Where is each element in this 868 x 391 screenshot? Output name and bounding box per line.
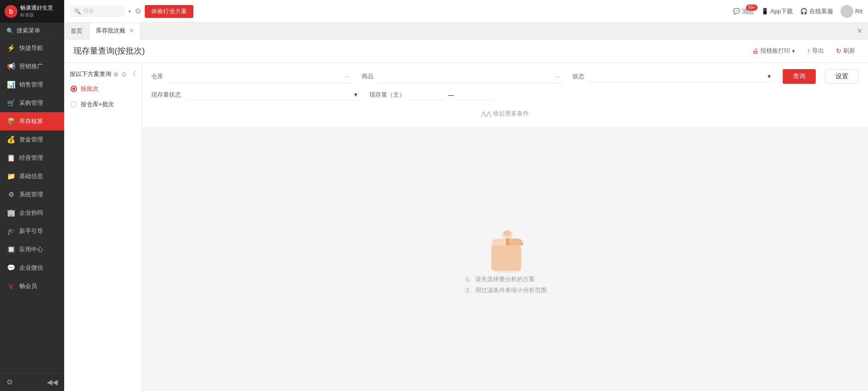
- add-plan-icon[interactable]: ⊕: [113, 71, 119, 78]
- app-edition: 标准版: [20, 12, 53, 18]
- system-icon: ⚙: [6, 190, 16, 199]
- sidebar-item-sales[interactable]: 📊 销售管理: [0, 76, 64, 94]
- sidebar-item-inventory[interactable]: 📦 库存核算: [0, 112, 64, 130]
- topbar-search-icon: 🔍: [74, 8, 81, 15]
- refresh-btn[interactable]: ↻ 刷新: [832, 45, 859, 57]
- sidebar-item-quick-nav[interactable]: ⚡ 快捷导航: [0, 39, 64, 57]
- marketing-icon: 📢: [6, 62, 16, 71]
- sidebar-item-basic[interactable]: 📁 基础信息: [0, 167, 64, 185]
- plan-settings-icon[interactable]: ⊙: [121, 71, 127, 78]
- settings-gear-icon[interactable]: ⚙: [6, 378, 13, 386]
- sidebar-item-wechat[interactable]: 💬 企业微信: [0, 259, 64, 277]
- sidebar-item-label: 资金管理: [19, 136, 43, 144]
- status-select[interactable]: ▾: [588, 71, 774, 82]
- filter-warehouse: 仓库 ···: [151, 69, 352, 84]
- right-panel: 仓库 ··· 商品 ···: [142, 63, 868, 391]
- finance-icon: 💰: [6, 135, 16, 144]
- plan-collapse-icon[interactable]: 《: [130, 70, 136, 78]
- sidebar-item-label: 系统管理: [19, 190, 43, 199]
- topbar-right: 💬 消息 99+ 📱 App下载 🎧 在线客服 Rit: [733, 5, 863, 18]
- sales-icon: 📊: [6, 80, 16, 89]
- warehouse-input[interactable]: [170, 71, 343, 81]
- page-title: 现存量查询(按批次): [73, 45, 145, 56]
- topbar-left: 🔍 搜索 ▾ ⚙ 体验行业方案: [70, 5, 728, 18]
- empty-svg: [482, 225, 533, 275]
- app-download-btn[interactable]: 📱 App下载: [761, 7, 793, 16]
- left-filter-panel: 按以下方案查询 ⊕ ⊙ 《 按批次 按仓库+批次: [64, 63, 142, 391]
- filter-panel-actions: ⊕ ⊙ 《: [113, 70, 136, 78]
- messages-btn[interactable]: 💬 消息 99+: [733, 7, 754, 16]
- goods-label: 商品: [362, 72, 374, 81]
- inventory-icon: 📦: [6, 117, 16, 126]
- avatar: [841, 5, 853, 18]
- sidebar-item-finance[interactable]: 💰 资金管理: [0, 130, 64, 149]
- sidebar-item-enterprise[interactable]: 🏢 企业协同: [0, 204, 64, 222]
- sidebar-item-apps[interactable]: 🔲 应用中心: [0, 240, 64, 259]
- collapse-sidebar-icon[interactable]: ◀◀: [47, 378, 58, 386]
- inventory-status-dropdown-icon: ▾: [354, 91, 357, 98]
- sidebar-item-marketing[interactable]: 📢 营销推广: [0, 57, 64, 76]
- tab-batch-label: 库存批次账: [96, 27, 126, 35]
- sidebar-item-label: 营销推广: [19, 62, 43, 71]
- empty-tip-1: 1 请先选择要分析的方案: [463, 275, 547, 283]
- tab-home[interactable]: 首页: [64, 23, 89, 39]
- main-layout: 按以下方案查询 ⊕ ⊙ 《 按批次 按仓库+批次: [64, 63, 868, 391]
- sidebar-item-purchase[interactable]: 🛒 采购管理: [0, 94, 64, 112]
- filter-panel-header: 按以下方案查询 ⊕ ⊙ 《: [64, 67, 142, 81]
- settings-button[interactable]: 设置: [825, 69, 859, 84]
- operations-icon: 📋: [6, 153, 16, 163]
- sidebar-item-member[interactable]: V 畅会员: [0, 277, 64, 295]
- plan-warehouse-batch-label: 按仓库+批次: [81, 100, 114, 109]
- plan-item-warehouse-batch[interactable]: 按仓库+批次: [64, 97, 142, 112]
- online-service-btn[interactable]: 🎧 在线客服: [800, 7, 833, 16]
- topbar-gear-icon[interactable]: ⚙: [135, 7, 141, 16]
- export-btn[interactable]: ↑ 导出: [803, 45, 828, 57]
- sidebar-search[interactable]: 🔍 搜索菜单: [0, 23, 64, 39]
- filter-status: 状态 ▾: [572, 71, 774, 82]
- empty-tip-2: 2 用过滤条件来缩小分析范围: [463, 286, 547, 294]
- tip-num-1: 1: [463, 275, 472, 283]
- sidebar-item-label: 新手引导: [19, 227, 43, 235]
- goods-more-icon[interactable]: ···: [555, 73, 560, 80]
- sidebar-item-label: 应用中心: [19, 245, 43, 254]
- plan-item-batch[interactable]: 按批次: [64, 81, 142, 97]
- tab-close-icon[interactable]: ✕: [129, 27, 134, 34]
- inventory-status-select[interactable]: ▾: [185, 89, 360, 100]
- close-panel-icon: ✕: [857, 27, 863, 35]
- warehouse-input-wrapper[interactable]: ···: [167, 69, 352, 84]
- content-area: 现存量查询(按批次) 🖨 按模板打印 ▾ ↑ 导出 ↻ 刷新: [64, 39, 868, 391]
- empty-illustration: [482, 225, 528, 271]
- query-button[interactable]: 查询: [783, 69, 816, 84]
- sidebar-item-label: 采购管理: [19, 99, 43, 107]
- sidebar-item-label: 企业协同: [19, 209, 43, 217]
- sidebar-item-operations[interactable]: 📋 经营管理: [0, 149, 64, 167]
- print-icon: 🖨: [752, 47, 758, 54]
- inventory-status-label: 现存量状态: [151, 91, 181, 99]
- tab-batch[interactable]: 库存批次账 ✕: [89, 23, 141, 39]
- topbar: 🔍 搜索 ▾ ⚙ 体验行业方案 💬 消息 99+ 📱 App下载 🎧 在线客服: [64, 0, 868, 23]
- enterprise-icon: 🏢: [6, 208, 16, 217]
- sidebar-item-system[interactable]: ⚙ 系统管理: [0, 185, 64, 204]
- goods-input[interactable]: [380, 71, 553, 81]
- warehouse-more-icon[interactable]: ···: [345, 73, 350, 80]
- tab-panel-close[interactable]: ✕: [857, 27, 868, 35]
- sidebar-item-guide[interactable]: 🎓 新手引导: [0, 222, 64, 240]
- empty-tips: 1 请先选择要分析的方案 2 用过滤条件来缩小分析范围: [463, 275, 547, 294]
- trial-btn[interactable]: 体验行业方案: [145, 5, 193, 18]
- collapse-btn[interactable]: ⋀⋀ 收起更多条件: [151, 106, 859, 121]
- basic-icon: 📁: [6, 172, 16, 181]
- inventory-amount-from[interactable]: [409, 89, 445, 100]
- print-btn[interactable]: 🖨 按模板打印 ▾: [748, 45, 799, 57]
- inventory-amount-to[interactable]: [457, 89, 494, 100]
- member-icon: V: [6, 282, 16, 291]
- sidebar-header: b 畅康通好生意 标准版: [0, 0, 64, 23]
- topbar-dropdown-icon[interactable]: ▾: [128, 8, 131, 15]
- wechat-icon: 💬: [6, 263, 16, 272]
- topbar-search-box[interactable]: 🔍 搜索: [70, 5, 125, 17]
- app-logo: b: [5, 5, 17, 18]
- sidebar-item-label: 畅会员: [19, 282, 37, 290]
- print-dropdown-icon[interactable]: ▾: [792, 48, 795, 54]
- goods-input-wrapper[interactable]: ···: [377, 69, 563, 84]
- user-avatar-group[interactable]: Rit: [841, 5, 863, 18]
- sidebar-item-label: 经营管理: [19, 154, 43, 162]
